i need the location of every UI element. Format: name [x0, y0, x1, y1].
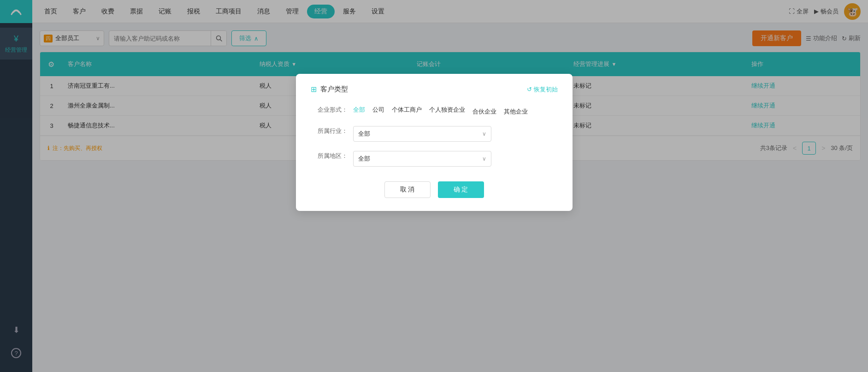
cancel-button[interactable]: 取 消	[384, 181, 431, 198]
dialog-title: ⊞ 客户类型	[311, 85, 348, 94]
region-label: 所属地区：	[311, 151, 348, 160]
enterprise-options: 全部 公司 个体工商户 个人独资企业 合伙企业 其他企业	[353, 105, 528, 117]
region-select[interactable]: 全部 ∨	[353, 151, 491, 167]
enterprise-label: 企业形式：	[311, 105, 348, 114]
option-all[interactable]: 全部	[353, 105, 365, 117]
industry-value: 全部	[358, 130, 370, 138]
dialog-title-text: 客户类型	[320, 85, 348, 94]
region-row: 所属地区： 全部 ∨	[311, 151, 558, 167]
option-individual[interactable]: 个体工商户	[392, 105, 422, 117]
enterprise-form-row: 企业形式： 全部 公司 个体工商户 个人独资企业 合伙企业 其他企业	[311, 105, 558, 117]
region-value: 全部	[358, 155, 370, 163]
industry-select[interactable]: 全部 ∨	[353, 126, 491, 142]
region-arrow: ∨	[482, 156, 486, 162]
modal-overlay: ⊞ 客户类型 ↺ 恢复初始 企业形式： 全部 公司 个体工商户 个人独资企业 合…	[0, 0, 868, 372]
option-partnership[interactable]: 合伙企业	[472, 107, 496, 117]
reset-icon: ↺	[527, 86, 532, 93]
industry-arrow: ∨	[482, 131, 486, 137]
industry-label: 所属行业：	[311, 126, 348, 135]
option-company[interactable]: 公司	[372, 105, 384, 117]
option-other[interactable]: 其他企业	[504, 107, 528, 117]
dialog-footer: 取 消 确 定	[311, 181, 558, 198]
dialog-header: ⊞ 客户类型 ↺ 恢复初始	[311, 85, 558, 94]
reset-button[interactable]: ↺ 恢复初始	[527, 85, 558, 94]
confirm-button[interactable]: 确 定	[438, 181, 484, 198]
option-sole[interactable]: 个人独资企业	[429, 105, 465, 117]
customer-type-dialog: ⊞ 客户类型 ↺ 恢复初始 企业形式： 全部 公司 个体工商户 个人独资企业 合…	[296, 74, 573, 211]
dialog-title-icon: ⊞	[311, 85, 317, 94]
industry-row: 所属行业： 全部 ∨	[311, 126, 558, 142]
reset-label: 恢复初始	[534, 85, 558, 94]
